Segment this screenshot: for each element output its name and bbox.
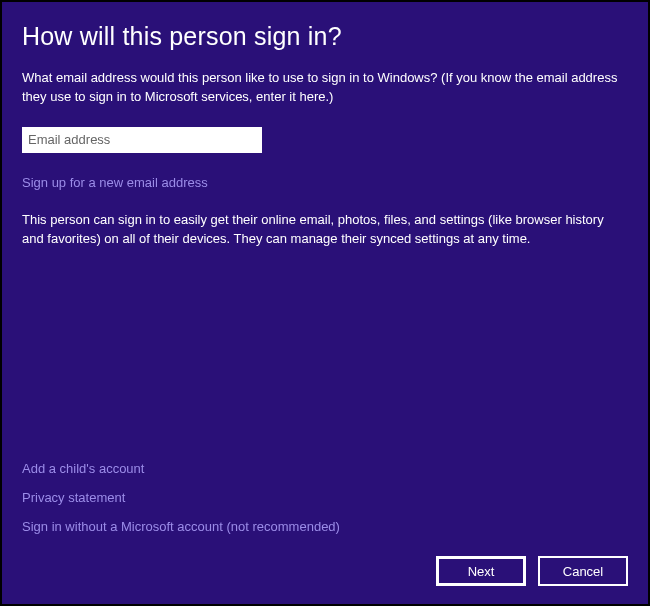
next-button[interactable]: Next bbox=[436, 556, 526, 586]
intro-text: What email address would this person lik… bbox=[22, 69, 628, 107]
signin-without-msa-link[interactable]: Sign in without a Microsoft account (not… bbox=[22, 519, 340, 534]
button-row: Next Cancel bbox=[22, 556, 628, 586]
description-text: This person can sign in to easily get th… bbox=[22, 210, 628, 249]
signup-new-email-link[interactable]: Sign up for a new email address bbox=[22, 175, 208, 190]
page-title: How will this person sign in? bbox=[22, 22, 628, 51]
add-child-account-link[interactable]: Add a child's account bbox=[22, 461, 144, 476]
cancel-button[interactable]: Cancel bbox=[538, 556, 628, 586]
email-input[interactable] bbox=[22, 127, 262, 153]
privacy-statement-link[interactable]: Privacy statement bbox=[22, 490, 125, 505]
bottom-links: Add a child's account Privacy statement … bbox=[22, 461, 628, 534]
